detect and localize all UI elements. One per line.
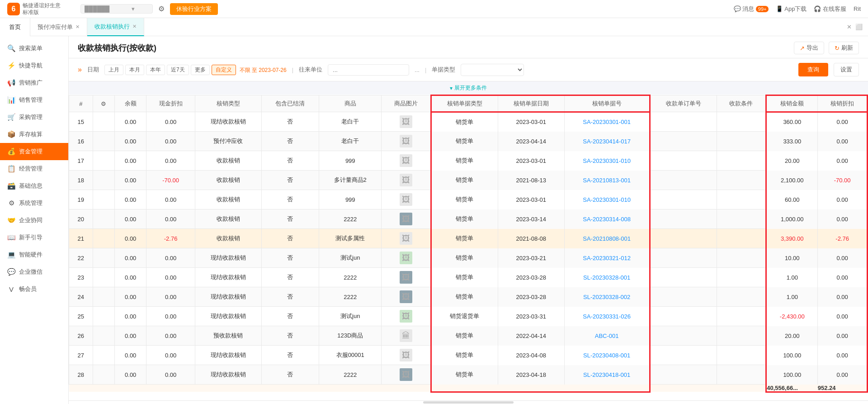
sidebar-item-6[interactable]: 💰资金管理 — [0, 143, 68, 160]
verify-no-link-2[interactable]: SA-20230301-010 — [583, 157, 631, 164]
table-row: 180.00-70.00收款核销否多计量商品2🖼销货单2021-08-13SA-… — [69, 171, 868, 190]
verify-no-link-9[interactable]: SL-20230328-002 — [583, 294, 630, 300]
sidebar-item-4[interactable]: 🛒采购管理 — [0, 109, 68, 126]
7days-btn[interactable]: 近7天 — [167, 65, 189, 75]
cell-cash_discount-10: 0.00 — [146, 307, 195, 326]
cell-verify_no-1[interactable]: SA-20230414-017 — [564, 132, 650, 151]
cell-verify_no-10[interactable]: SA-20230331-026 — [564, 307, 650, 326]
col-header-settings[interactable]: ⚙ — [93, 95, 115, 112]
refresh-btn[interactable]: ↻ 刷新 — [829, 42, 859, 54]
cell-include_cleared-2: 否 — [261, 151, 319, 171]
cell-verify_no-4[interactable]: SA-20230301-010 — [564, 190, 650, 209]
cell-verify_voucher_type-5: 销货单 — [431, 209, 498, 229]
verify-no-link-6[interactable]: SA-20210808-001 — [583, 235, 631, 242]
verify-no-link-11[interactable]: ABC-001 — [595, 333, 619, 339]
custom-btn[interactable]: 自定义 — [212, 65, 236, 75]
message-area[interactable]: 💬 消息 99+ — [734, 5, 769, 13]
sidebar-icon-6: 💰 — [7, 147, 15, 156]
cell-receipt_condition-0 — [717, 112, 766, 132]
prepay-tab-close[interactable]: ✕ — [75, 24, 80, 30]
sidebar-label-4: 采购管理 — [19, 113, 42, 121]
cell-verify_no-13[interactable]: SL-20230418-001 — [564, 365, 650, 385]
online-service-btn[interactable]: 🎧 在线客服 — [814, 5, 846, 13]
last-month-btn[interactable]: 上月 — [104, 65, 123, 75]
cell-verify_no-2[interactable]: SA-20230301-010 — [564, 151, 650, 171]
sidebar-item-8[interactable]: 🗃️基础信息 — [0, 177, 68, 195]
cell-verify_amount-5: 1,000.00 — [766, 209, 818, 229]
gear-icon[interactable]: ⚙ — [158, 5, 165, 13]
filter-bar: » 日期 上月 本月 本年 近7天 更多 自定义 不限 至 2023-07-26… — [69, 58, 868, 81]
verify-no-link-7[interactable]: SA-20230321-012 — [583, 255, 631, 261]
cell-verify_no-11[interactable]: ABC-001 — [564, 326, 650, 346]
sidebar-item-2[interactable]: 📢营销推广 — [0, 74, 68, 91]
app-download-btn[interactable]: 📱 App下载 — [776, 5, 807, 13]
this-year-btn[interactable]: 本年 — [146, 65, 165, 75]
cell-verify_date-6: 2021-08-08 — [498, 229, 565, 248]
setting-filter-btn[interactable]: 设置 — [834, 63, 859, 76]
verify-no-link-12[interactable]: SL-20230408-001 — [583, 352, 630, 359]
table-row: 250.000.00现结收款核销否测试jun🖼销货退货单2023-03-31SA… — [69, 307, 868, 326]
cell-verify_voucher_type-10: 销货退货单 — [431, 307, 498, 326]
more-btn[interactable]: 更多 — [191, 65, 210, 75]
expand-arrow-btn[interactable]: » — [78, 66, 82, 74]
cell-verify_type-2: 收款核销 — [195, 151, 262, 171]
cell-verify_no-7[interactable]: SA-20230321-012 — [564, 248, 650, 268]
voucher-type-label: 单据类型 — [432, 66, 455, 74]
verify-no-link-8[interactable]: SL-20230328-001 — [583, 274, 630, 281]
verify-no-link-10[interactable]: SA-20230331-026 — [583, 313, 631, 320]
sidebar-item-0[interactable]: 🔍搜索菜单 — [0, 40, 68, 57]
cell-receipt_order_no-4 — [650, 190, 717, 209]
chevron-down-icon: ▾ — [450, 85, 453, 91]
from-unit-label: 往来单位 — [299, 66, 322, 74]
sidebar-item-10[interactable]: 🤝企业协同 — [0, 212, 68, 229]
cell-verify_type-1: 预付冲应收 — [195, 132, 262, 151]
cell-verify_no-6[interactable]: SA-20210808-001 — [564, 229, 650, 248]
industry-solution-btn[interactable]: 休验行业方案 — [170, 3, 218, 15]
from-unit-input[interactable] — [328, 64, 409, 76]
sidebar-item-1[interactable]: ⚡快捷导航 — [0, 57, 68, 74]
cell-num-0: 15 — [69, 112, 93, 132]
cell-goods-13: 2222 — [319, 365, 382, 385]
cell-settings-13 — [93, 365, 115, 385]
cell-num-5: 20 — [69, 209, 93, 229]
verify-no-link-0[interactable]: SA-20230301-001 — [583, 119, 631, 125]
cell-verify_type-9: 现结收款核销 — [195, 287, 262, 307]
close-icon[interactable]: ✕ — [847, 24, 852, 30]
user-name[interactable]: Rit — [854, 5, 861, 12]
sidebar-item-12[interactable]: 💻智能硬件 — [0, 246, 68, 263]
cell-verify_no-0[interactable]: SA-20230301-001 — [564, 112, 650, 132]
sidebar-item-9[interactable]: ⚙系统管理 — [0, 195, 68, 212]
maximize-icon[interactable]: ⬜ — [855, 24, 863, 30]
cell-verify_no-8[interactable]: SL-20230328-001 — [564, 268, 650, 287]
cell-balance-8: 0.00 — [115, 268, 146, 287]
cell-receipt_condition-8 — [717, 268, 766, 287]
tab-home[interactable]: 首页 — [0, 18, 30, 36]
tab-prepay[interactable]: 预付冲应付单 ✕ — [30, 18, 87, 36]
verify-no-link-5[interactable]: SA-20230314-008 — [583, 216, 631, 223]
sidebar-label-13: 企业微信 — [19, 268, 42, 276]
verify-no-link-1[interactable]: SA-20230414-017 — [583, 138, 631, 145]
sidebar-item-3[interactable]: 📊销售管理 — [0, 91, 68, 109]
this-month-btn[interactable]: 本月 — [125, 65, 144, 75]
cell-verify_no-3[interactable]: SA-20210813-001 — [564, 171, 650, 190]
sidebar-item-7[interactable]: 📋经营管理 — [0, 160, 68, 177]
cell-verify_no-5[interactable]: SA-20230314-008 — [564, 209, 650, 229]
sidebar-item-13[interactable]: 💬企业微信 — [0, 263, 68, 280]
sidebar-item-11[interactable]: 📖新手引导 — [0, 229, 68, 246]
verify-no-link-4[interactable]: SA-20230301-010 — [583, 196, 631, 203]
verify-tab-close[interactable]: ✕ — [132, 24, 137, 29]
cell-verify_no-12[interactable]: SL-20230408-001 — [564, 346, 650, 365]
cell-goods-12: 衣服00001 — [319, 346, 382, 365]
verify-no-link-13[interactable]: SL-20230418-001 — [583, 371, 630, 378]
voucher-type-select[interactable] — [461, 64, 524, 76]
tab-verify[interactable]: 收款核销执行 ✕ — [87, 18, 144, 36]
export-btn[interactable]: ↗ 导出 — [794, 42, 824, 54]
sidebar-item-5[interactable]: 📦库存核算 — [0, 126, 68, 143]
sidebar-item-14[interactable]: V畅会员 — [0, 280, 68, 298]
cell-verify_no-9[interactable]: SL-20230328-002 — [564, 287, 650, 307]
table-row: 150.000.00现结收款核销否老白干🖼销货单2023-03-01SA-202… — [69, 112, 868, 132]
expand-conditions-btn[interactable]: ▾ 展开更多条件 — [450, 84, 487, 92]
company-selector[interactable]: ██████ ▾ — [80, 4, 153, 14]
query-btn[interactable]: 查询 — [798, 63, 828, 76]
verify-no-link-3[interactable]: SA-20210813-001 — [583, 177, 631, 184]
